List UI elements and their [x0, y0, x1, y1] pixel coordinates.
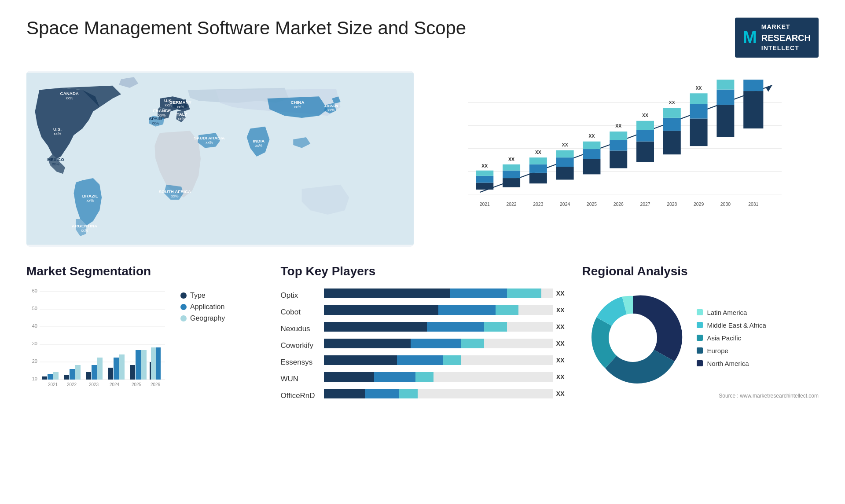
svg-rect-73 — [663, 131, 681, 155]
seg-legend: Type Application Geography — [180, 292, 225, 390]
latin-color — [697, 309, 703, 315]
bar-nexudus-val: XX — [556, 323, 565, 330]
bar-nexudus — [324, 322, 553, 332]
bar-row-cobot: XX — [324, 304, 565, 316]
svg-rect-105 — [48, 374, 53, 380]
na-color — [697, 360, 703, 366]
type-dot — [180, 292, 187, 299]
svg-text:2022: 2022 — [507, 202, 517, 207]
svg-rect-54 — [556, 157, 574, 167]
bar-nexudus-seg2 — [427, 322, 484, 332]
mea-color — [697, 322, 703, 328]
bar-officernd-seg3 — [399, 389, 418, 398]
svg-text:ARGENTINA: ARGENTINA — [72, 224, 97, 229]
bar-coworkify — [324, 339, 553, 348]
svg-rect-85 — [716, 80, 734, 90]
na-label: North America — [707, 360, 749, 367]
svg-text:2023: 2023 — [89, 382, 99, 387]
svg-rect-50 — [529, 157, 547, 164]
svg-rect-80 — [690, 93, 708, 104]
player-essensys: Essensys — [281, 356, 315, 369]
svg-text:xx%: xx% — [86, 198, 94, 203]
svg-text:2029: 2029 — [694, 202, 704, 207]
map-section: CANADA xx% U.S. xx% MEXICO xx% BRAZIL xx… — [26, 71, 414, 247]
regional-title: Regional Analysis — [582, 264, 819, 278]
bar-optix-seg1 — [324, 289, 450, 298]
seg-chart-svg: 60 50 40 30 20 10 — [26, 287, 167, 388]
svg-rect-74 — [663, 118, 681, 131]
svg-rect-38 — [476, 183, 493, 190]
regional-section: Regional Analysis — [582, 264, 819, 402]
svg-rect-109 — [70, 369, 75, 380]
svg-rect-88 — [743, 91, 763, 128]
logo-m-icon: M — [743, 26, 757, 49]
svg-text:XX: XX — [615, 124, 621, 129]
regional-legend: Latin America Middle East & Africa Asia … — [697, 309, 766, 367]
page: Space Management Software Market Size an… — [0, 0, 845, 415]
svg-text:2022: 2022 — [67, 382, 77, 387]
svg-rect-110 — [75, 365, 81, 380]
bar-cobot-seg1 — [324, 305, 438, 315]
svg-rect-60 — [583, 142, 600, 149]
seg-chart-wrapper: 60 50 40 30 20 10 — [26, 287, 167, 390]
svg-text:60: 60 — [32, 288, 37, 293]
svg-text:2028: 2028 — [667, 202, 677, 207]
bar-wun-seg3 — [415, 372, 434, 382]
bar-row-wun: XX — [324, 371, 565, 383]
bar-coworkify-seg2 — [411, 339, 461, 348]
bar-wun-seg2 — [374, 372, 415, 382]
logo-text: MARKET RESEARCH INTELLECT — [761, 23, 811, 52]
bar-essensys-val: XX — [556, 357, 565, 364]
world-map: CANADA xx% U.S. xx% MEXICO xx% BRAZIL xx… — [26, 71, 414, 247]
svg-rect-84 — [716, 90, 734, 105]
bar-row-nexudus: XX — [324, 321, 565, 333]
svg-text:2026: 2026 — [614, 202, 624, 207]
svg-text:2024: 2024 — [560, 202, 570, 207]
key-players-title: Top Key Players — [281, 264, 565, 278]
svg-text:XX: XX — [562, 142, 568, 147]
svg-text:10: 10 — [32, 376, 37, 381]
bar-officernd-seg1 — [324, 389, 365, 398]
svg-rect-49 — [529, 164, 547, 173]
bar-cobot-seg3 — [496, 305, 518, 315]
svg-text:SPAIN: SPAIN — [149, 116, 162, 121]
seg-legend-type: Type — [180, 292, 225, 299]
logo-line3: INTELLECT — [761, 44, 811, 53]
svg-text:XX: XX — [669, 100, 675, 105]
svg-text:XX: XX — [696, 86, 702, 91]
bar-cobot — [324, 305, 553, 315]
regional-chart: Latin America Middle East & Africa Asia … — [582, 287, 819, 388]
geo-label: Geography — [190, 314, 225, 322]
bar-row-coworkify: XX — [324, 337, 565, 350]
svg-point-128 — [609, 314, 657, 362]
svg-rect-44 — [503, 171, 520, 178]
svg-rect-64 — [610, 140, 627, 150]
bar-essensys-seg3 — [443, 355, 461, 365]
svg-text:2024: 2024 — [110, 382, 120, 387]
legend-apac: Asia Pacific — [697, 334, 766, 342]
svg-text:xx%: xx% — [178, 117, 185, 121]
logo-box: M MARKET RESEARCH INTELLECT — [735, 18, 819, 58]
donut-chart — [582, 287, 683, 388]
svg-text:2021: 2021 — [480, 202, 490, 207]
bar-optix-val: XX — [556, 290, 565, 297]
bar-row-officernd: XX — [324, 387, 565, 400]
svg-text:xx%: xx% — [177, 105, 184, 109]
svg-rect-114 — [97, 358, 103, 380]
svg-text:XX: XX — [481, 164, 488, 168]
svg-rect-43 — [503, 178, 520, 187]
svg-text:MEXICO: MEXICO — [47, 157, 64, 162]
seg-content: 60 50 40 30 20 10 — [26, 287, 263, 390]
donut-svg — [582, 287, 683, 388]
svg-rect-75 — [663, 108, 681, 118]
players-bars: XX XX — [324, 287, 565, 402]
svg-text:2027: 2027 — [640, 202, 650, 207]
svg-rect-112 — [86, 372, 91, 380]
player-officernd: OfficeRnD — [281, 390, 315, 402]
svg-text:xx%: xx% — [152, 121, 159, 125]
svg-rect-116 — [108, 368, 113, 380]
svg-rect-65 — [610, 131, 627, 140]
bar-nexudus-seg3 — [484, 322, 507, 332]
svg-rect-40 — [476, 171, 493, 176]
svg-text:xx%: xx% — [171, 194, 179, 198]
